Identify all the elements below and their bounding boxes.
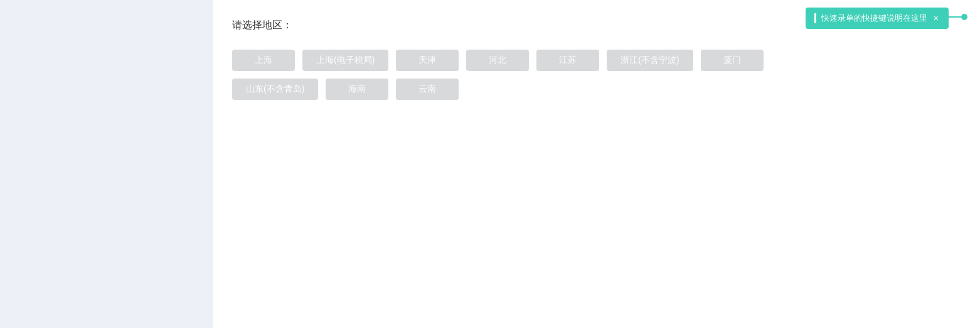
tooltip-connector-dot [961, 14, 967, 20]
region-btn-shandong[interactable]: 山东(不含青岛) [232, 79, 318, 100]
region-btn-xiamen[interactable]: 厦门 [701, 50, 764, 71]
tooltip-connector-line [949, 16, 961, 18]
tooltip-close-button[interactable]: × [932, 14, 940, 23]
region-buttons-row2: 山东(不含青岛)海南云南 [232, 79, 961, 100]
region-btn-hainan[interactable]: 海南 [326, 79, 388, 100]
main-content: 请选择地区： 上海上海(电子税局)天津河北江苏浙江(不含宁波)厦门 山东(不含青… [213, 0, 980, 328]
region-btn-yunnan[interactable]: 云南 [396, 79, 459, 100]
region-btn-zhejiang[interactable]: 浙江(不含宁波) [607, 50, 693, 71]
region-btn-shanghai[interactable]: 上海 [232, 50, 295, 71]
region-btn-tianjin[interactable]: 天津 [396, 50, 459, 71]
tooltip-bar [814, 13, 816, 23]
region-btn-jiangsu[interactable]: 江苏 [536, 50, 599, 71]
region-buttons-row1: 上海上海(电子税局)天津河北江苏浙江(不含宁波)厦门 [232, 50, 961, 71]
tooltip-banner: 快速录单的快捷键说明在这里 × [806, 8, 949, 29]
region-btn-shanghai-etax[interactable]: 上海(电子税局) [302, 50, 388, 71]
tooltip-text: 快速录单的快捷键说明在这里 [821, 13, 927, 24]
region-btn-hebei[interactable]: 河北 [466, 50, 529, 71]
left-sidebar [0, 0, 213, 328]
